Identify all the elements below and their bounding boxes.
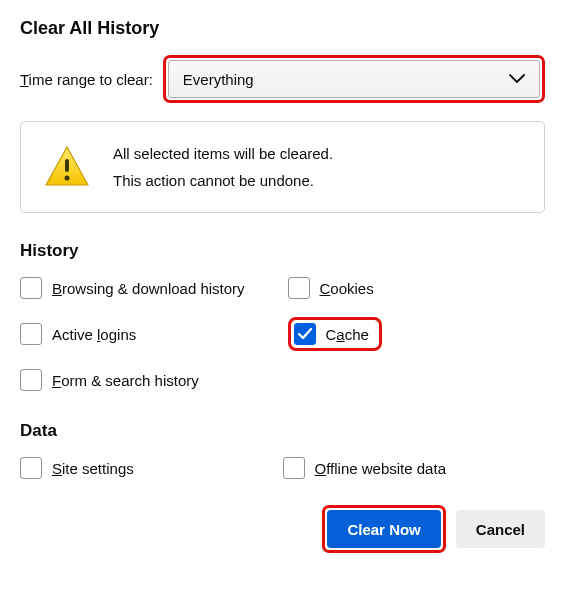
checkbox-form-history[interactable]: Form & search history <box>20 369 278 391</box>
checkbox-cache[interactable] <box>294 323 316 345</box>
clear-now-highlight: Clear Now <box>322 505 445 553</box>
checkbox-box[interactable] <box>20 323 42 345</box>
dialog-button-row: Clear Now Cancel <box>20 505 545 553</box>
checkbox-label: Site settings <box>52 460 134 477</box>
time-range-value: Everything <box>183 71 254 88</box>
time-range-select[interactable]: Everything <box>168 60 540 98</box>
time-range-highlight: Everything <box>163 55 545 103</box>
checkbox-label: Active logins <box>52 326 136 343</box>
time-range-label: Time range to clear: <box>20 71 153 88</box>
checkbox-active-logins[interactable]: Active logins <box>20 317 278 351</box>
checkbox-label: Browsing & download history <box>52 280 245 297</box>
checkbox-label: Cache <box>326 326 369 343</box>
section-data-title: Data <box>20 421 545 441</box>
chevron-down-icon <box>509 74 525 84</box>
warning-line-1: All selected items will be cleared. <box>113 140 333 167</box>
checkbox-label: Cookies <box>320 280 374 297</box>
cancel-button[interactable]: Cancel <box>456 510 545 548</box>
checkbox-box[interactable] <box>20 369 42 391</box>
time-range-row: Time range to clear: Everything <box>20 55 545 103</box>
clear-now-button[interactable]: Clear Now <box>327 510 440 548</box>
checkbox-offline-data[interactable]: Offline website data <box>283 457 546 479</box>
checkbox-cache-highlight: Cache <box>288 317 382 351</box>
checkbox-site-settings[interactable]: Site settings <box>20 457 283 479</box>
checkbox-label: Form & search history <box>52 372 199 389</box>
checkbox-box[interactable] <box>20 457 42 479</box>
checkbox-browsing-history[interactable]: Browsing & download history <box>20 277 278 299</box>
svg-rect-0 <box>65 159 69 172</box>
checkbox-cache-wrapper: Cache <box>288 317 546 351</box>
checkbox-label: Offline website data <box>315 460 446 477</box>
checkbox-cookies[interactable]: Cookies <box>288 277 546 299</box>
checkbox-box[interactable] <box>20 277 42 299</box>
warning-line-2: This action cannot be undone. <box>113 167 333 194</box>
warning-text: All selected items will be cleared. This… <box>113 140 333 194</box>
warning-icon <box>43 145 91 189</box>
history-checkbox-grid: Browsing & download history Cookies Acti… <box>20 277 545 391</box>
checkbox-box[interactable] <box>288 277 310 299</box>
checkbox-box[interactable] <box>283 457 305 479</box>
section-history-title: History <box>20 241 545 261</box>
svg-point-1 <box>65 176 70 181</box>
data-checkbox-grid: Site settings Offline website data <box>20 457 545 479</box>
dialog-title: Clear All History <box>20 18 545 39</box>
warning-box: All selected items will be cleared. This… <box>20 121 545 213</box>
